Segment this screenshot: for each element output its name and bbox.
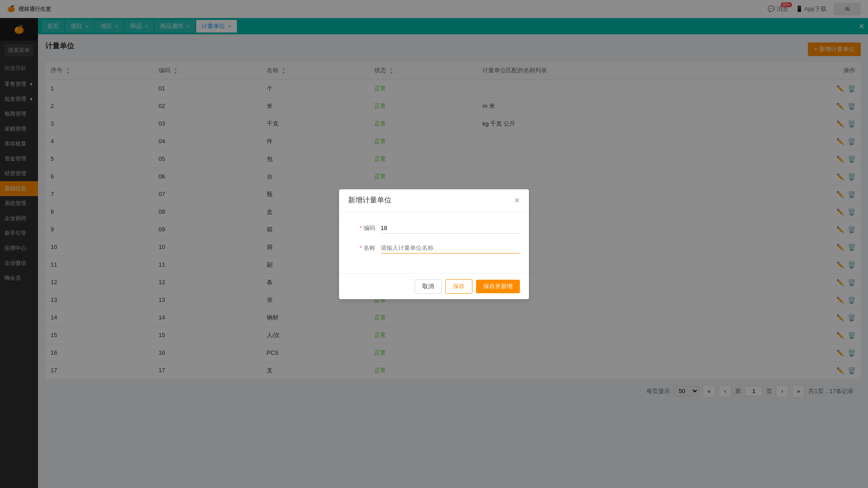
code-label: * 编码 (348, 224, 375, 232)
code-form-row: * 编码 (348, 223, 520, 234)
name-label: * 名称 (348, 244, 375, 252)
cancel-button[interactable]: 取消 (415, 279, 442, 294)
name-input[interactable] (381, 243, 520, 253)
modal-title: 新增计量单位 (348, 196, 392, 205)
modal-close-button[interactable]: ✕ (514, 196, 520, 205)
code-input[interactable] (381, 223, 520, 234)
modal-header: 新增计量单位 ✕ (339, 189, 529, 212)
name-form-row: * 名称 (348, 243, 520, 253)
save-and-new-button[interactable]: 保存并新增 (476, 280, 520, 293)
save-button[interactable]: 保存 (445, 279, 472, 294)
add-unit-modal: 新增计量单位 ✕ * 编码 * 名称 (339, 189, 529, 299)
modal-body: * 编码 * 名称 (339, 212, 529, 273)
modal-overlay: 新增计量单位 ✕ * 编码 * 名称 (0, 0, 868, 488)
modal-footer: 取消 保存 保存并新增 (339, 273, 529, 299)
app-wrapper: 🍊 橙林通行生意 💬 消息 99+ 📱 App下载 Ai 🍊 搜索菜单 (0, 0, 868, 488)
